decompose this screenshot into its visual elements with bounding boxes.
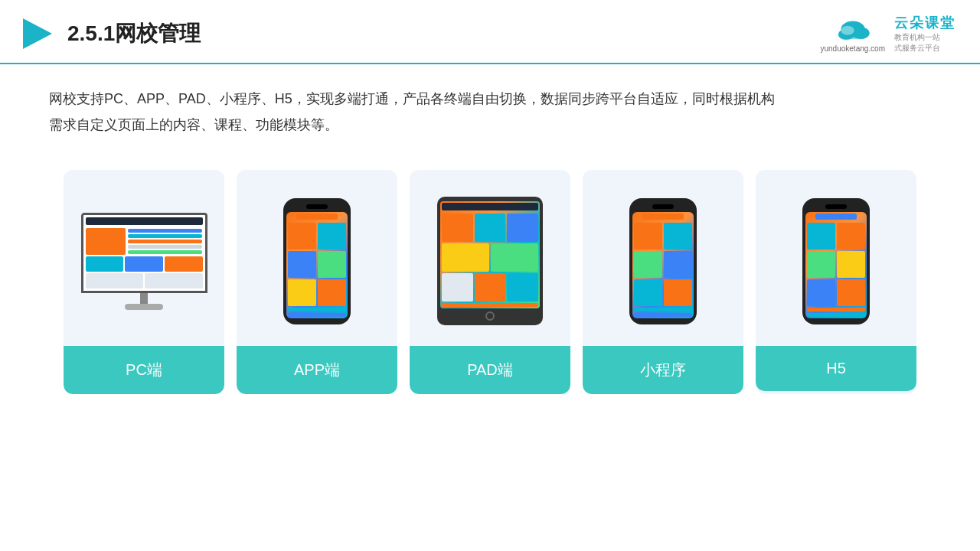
monitor-screen — [81, 213, 207, 293]
card-h5-image — [756, 170, 916, 346]
card-pc-label: PC端 — [64, 346, 224, 394]
monitor-mockup — [81, 213, 207, 310]
logo-url: yunduoketang.com — [820, 44, 885, 53]
page-title: 2.5.1网校管理 — [67, 19, 201, 48]
card-app-image — [237, 170, 397, 346]
svg-marker-0 — [23, 18, 52, 49]
play-icon — [18, 15, 55, 52]
logo-area: yunduoketang.com 云朵课堂 教育机构一站 式服务云平台 — [820, 14, 956, 54]
logo-name: 云朵课堂 — [894, 14, 956, 32]
header-left: 2.5.1网校管理 — [18, 15, 201, 52]
svg-point-7 — [841, 25, 854, 34]
phone-mockup-mini — [629, 198, 697, 324]
monitor-neck — [140, 293, 148, 304]
cloud-logo-icon — [833, 15, 873, 43]
card-h5: H5 — [756, 170, 916, 394]
phone-mockup-h5 — [802, 198, 870, 324]
desc-line1: 网校支持PC、APP、PAD、小程序、H5，实现多端打通，产品各终端自由切换，数… — [49, 86, 931, 112]
monitor-base — [125, 304, 163, 310]
card-h5-label: H5 — [756, 346, 916, 391]
card-miniprogram-image — [583, 170, 743, 346]
card-pc-image — [64, 170, 224, 346]
logo-slogan: 教育机构一站 式服务云平台 — [894, 32, 940, 54]
tablet-mockup — [437, 197, 543, 325]
card-pc: PC端 — [64, 170, 224, 394]
card-miniprogram: 小程序 — [583, 170, 743, 394]
cards-container: PC端 — [0, 152, 980, 412]
card-app-label: APP端 — [237, 346, 397, 394]
card-app: APP端 — [237, 170, 397, 394]
tablet-home-button — [485, 311, 495, 321]
card-pad-image — [410, 170, 570, 346]
description: 网校支持PC、APP、PAD、小程序、H5，实现多端打通，产品各终端自由切换，数… — [0, 64, 980, 144]
card-pad-label: PAD端 — [410, 346, 570, 394]
logo-text: 云朵课堂 教育机构一站 式服务云平台 — [894, 14, 956, 54]
card-pad: PAD端 — [410, 170, 570, 394]
card-miniprogram-label: 小程序 — [583, 346, 743, 394]
header: 2.5.1网校管理 yunduoketang.com 云朵课堂 教育机构一站 式… — [0, 0, 980, 64]
phone-mockup-app — [283, 198, 351, 324]
desc-line2: 需求自定义页面上的内容、课程、功能模块等。 — [49, 112, 931, 138]
logo-cloud: yunduoketang.com — [820, 15, 885, 53]
